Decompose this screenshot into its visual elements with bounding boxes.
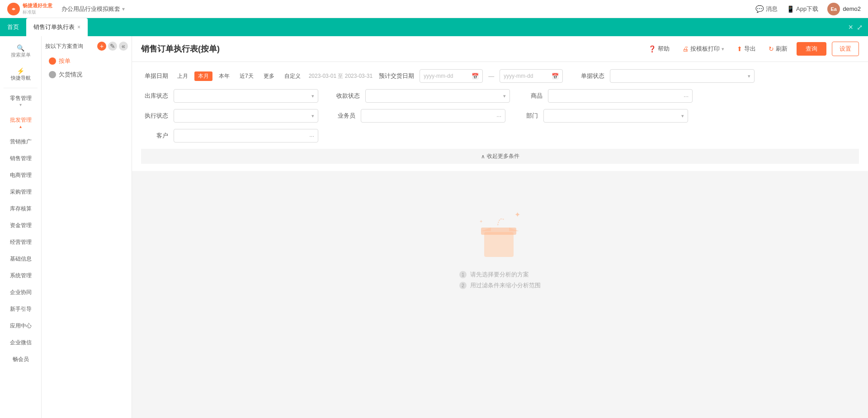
export-icon: ⬆ — [737, 45, 742, 52]
tab-close-all-button[interactable]: × — [848, 23, 853, 32]
sidebar-newbie-label: 新手引导 — [10, 305, 32, 313]
filter-row-2: 出库状态 ▾ 收款状态 ▾ 商品 ··· — [141, 89, 859, 103]
sidebar-item-marketing[interactable]: 营销推广 — [0, 133, 41, 150]
left-panel-edit-button[interactable]: ✎ — [108, 42, 117, 51]
page-title-row: 销售订单执行表(按单) ❓ 帮助 🖨 按模板打印 ▾ — [141, 42, 859, 56]
logo-area: 畅捷通好生意 标准版 — [7, 2, 52, 15]
sidebar-item-finance[interactable]: 资金管理 — [0, 217, 41, 234]
stock-status-select[interactable]: ▾ — [174, 89, 318, 103]
sidebar-item-sales[interactable]: 销售管理 — [0, 150, 41, 167]
print-button[interactable]: 🖨 按模板打印 ▾ — [679, 43, 728, 55]
customer-input[interactable]: ··· — [174, 129, 318, 142]
breadcrumb-arrow-icon[interactable]: ▾ — [122, 6, 125, 12]
sidebar-item-enterprise[interactable]: 企业协同 — [0, 284, 41, 301]
tab-sales-exec[interactable]: 销售订单执行表 × — [26, 18, 88, 36]
download-icon: 📱 — [787, 5, 794, 13]
left-panel-item-icon-shortage — [49, 71, 56, 78]
left-panel-collapse-button[interactable]: « — [119, 42, 128, 51]
date-tab-last-month[interactable]: 上月 — [174, 71, 192, 81]
left-panel-title: 按以下方案查询 — [45, 43, 83, 50]
expected-date-from-input[interactable]: yyyy-mm-dd 📅 — [420, 69, 483, 83]
filter-row-3: 执行状态 ▾ 业务员 ··· 部门 ▾ — [141, 109, 859, 123]
empty-hint-list: 1 请先选择要分析的方案 2 用过滤条件来缩小分析范围 — [459, 271, 541, 292]
sidebar-divider-1 — [4, 88, 38, 88]
tab-bar-actions: × ⤢ — [848, 23, 868, 32]
goods-ellipsis[interactable]: ··· — [684, 93, 689, 100]
sidebar-wechat-label: 企业微信 — [10, 339, 32, 347]
date-tab-this-year[interactable]: 本年 — [215, 71, 233, 81]
calendar-to-icon: 📅 — [552, 73, 559, 80]
sidebar-retail-label: 零售管理 — [10, 95, 32, 102]
date-tab-more[interactable]: 更多 — [260, 71, 278, 81]
settings-button[interactable]: 设置 — [832, 42, 859, 56]
empty-illustration: ✦ ✦ — [473, 207, 527, 261]
goods-input[interactable]: ··· — [548, 89, 693, 103]
sidebar-item-operations[interactable]: 经营管理 — [0, 234, 41, 251]
sidebar-search[interactable]: 🔍 搜索菜单 — [0, 40, 41, 63]
salesperson-ellipsis[interactable]: ··· — [496, 113, 501, 119]
app-download-button[interactable]: 📱 App下载 — [787, 5, 818, 13]
tab-close-icon[interactable]: × — [77, 24, 80, 30]
export-button[interactable]: ⬆ 导出 — [733, 43, 760, 55]
left-panel-add-button[interactable]: + — [97, 42, 106, 51]
sidebar-item-apps[interactable]: 应用中心 — [0, 318, 41, 334]
date-tab-this-month[interactable]: 本月 — [194, 71, 212, 81]
tab-home[interactable]: 首页 — [0, 18, 26, 36]
date-tab-last7[interactable]: 近7天 — [236, 71, 257, 81]
date-range-text: 2023-03-01 至 2023-03-31 — [309, 72, 373, 80]
date-tabs-group: 上月 本月 本年 近7天 更多 自定义 2023-03-01 至 2023-03… — [174, 71, 373, 81]
svg-text:✦: ✦ — [514, 211, 520, 218]
sidebar-item-retail[interactable]: 零售管理 ▾ — [0, 90, 41, 112]
sidebar-item-purchase[interactable]: 采购管理 — [0, 184, 41, 200]
sidebar-item-inventory[interactable]: 库存核算 — [0, 200, 41, 217]
logo-icon — [7, 3, 20, 15]
salesperson-input[interactable]: ··· — [361, 109, 505, 123]
tab-sales-exec-label: 销售订单执行表 — [33, 23, 75, 31]
user-avatar-area[interactable]: Ea demo2 — [827, 3, 861, 15]
collapse-bar[interactable]: ∧ 收起更多条件 — [141, 149, 859, 164]
sidebar-item-wholesale[interactable]: 批发管理 ▴ — [0, 112, 41, 133]
sidebar-finance-label: 资金管理 — [10, 222, 32, 229]
username-label: demo2 — [843, 5, 861, 12]
export-label: 导出 — [744, 45, 756, 53]
salesperson-label: 业务员 — [333, 112, 355, 120]
tab-home-label: 首页 — [7, 23, 19, 31]
date-tab-custom[interactable]: 自定义 — [281, 71, 304, 81]
payment-status-select[interactable]: ▾ — [365, 89, 510, 103]
sidebar-item-system[interactable]: 系统管理 — [0, 267, 41, 284]
svg-point-1 — [51, 59, 54, 63]
status-dropdown-icon: ▾ — [748, 73, 750, 79]
sidebar-quick-nav-label: 快捷导航 — [11, 75, 31, 81]
department-select[interactable]: ▾ — [543, 109, 688, 123]
search-button[interactable]: 查询 — [797, 42, 826, 56]
sidebar-quick-nav[interactable]: ⚡ 快捷导航 — [0, 63, 41, 86]
left-panel-item-shortage[interactable]: 欠货情况 — [45, 68, 128, 81]
refresh-label: 刷新 — [776, 45, 788, 53]
status-select[interactable]: ▾ — [610, 69, 755, 83]
left-panel: 按以下方案查询 + ✎ « 按单 — [42, 36, 132, 418]
expected-date-to-placeholder: yyyy-mm-dd — [504, 73, 550, 79]
customer-ellipsis[interactable]: ··· — [309, 133, 314, 139]
help-button[interactable]: ❓ 帮助 — [645, 43, 673, 55]
department-label: 部门 — [520, 112, 538, 120]
refresh-button[interactable]: ↻ 刷新 — [765, 43, 791, 55]
sidebar-item-member[interactable]: 畅会员 — [0, 351, 41, 368]
left-panel-item-by-order[interactable]: 按单 — [45, 54, 128, 68]
breadcrumb: 办公用品行业模拟账套 ▾ — [61, 5, 125, 13]
tab-restore-button[interactable]: ⤢ — [857, 23, 863, 32]
sidebar-item-ecommerce[interactable]: 电商管理 — [0, 167, 41, 184]
exec-status-select[interactable]: ▾ — [174, 109, 318, 123]
help-icon: ❓ — [648, 45, 656, 52]
empty-hint-2-text: 用过滤条件来缩小分析范围 — [470, 281, 541, 290]
stock-status-dropdown-icon: ▾ — [311, 93, 314, 99]
filter-row-4: 客户 ··· — [141, 129, 859, 142]
sidebar-item-wechat[interactable]: 企业微信 — [0, 334, 41, 351]
sidebar-item-basic[interactable]: 基础信息 — [0, 251, 41, 267]
message-button[interactable]: 💬 消息 — [755, 5, 778, 13]
filter-area: 单据日期 上月 本月 本年 近7天 更多 自定义 2023-03-01 至 20… — [132, 62, 868, 171]
left-panel-header: 按以下方案查询 + ✎ « — [45, 42, 128, 51]
sidebar-item-newbie[interactable]: 新手引导 — [0, 301, 41, 318]
expected-date-to-input[interactable]: yyyy-mm-dd 📅 — [500, 69, 563, 83]
sidebar-marketing-label: 营销推广 — [10, 138, 32, 146]
sidebar-enterprise-label: 企业协同 — [10, 289, 32, 296]
